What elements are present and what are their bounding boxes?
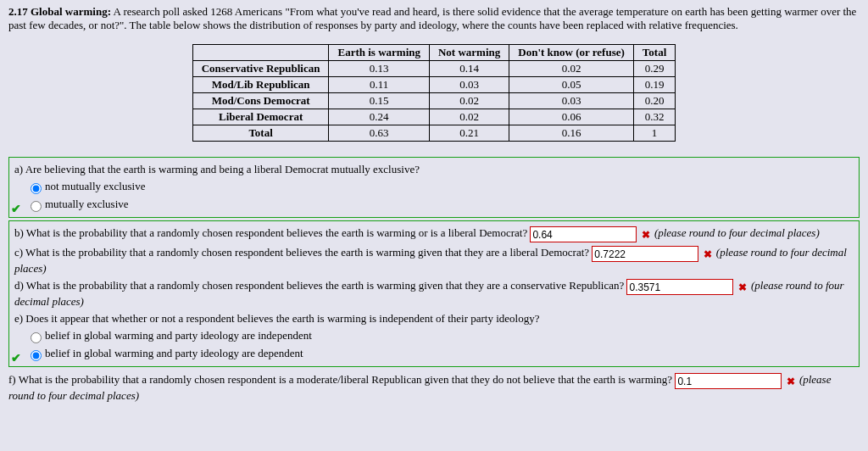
answer-c-input[interactable]: [592, 246, 698, 262]
qa-option-1[interactable]: not mutually exclusive: [26, 180, 145, 192]
qa-radio-2[interactable]: [31, 201, 42, 212]
col-dontknow: Don't know (or refuse): [509, 45, 634, 61]
question-a-box: a) Are believing that the earth is warmi…: [8, 157, 860, 218]
col-total: Total: [633, 45, 675, 61]
answer-d-input[interactable]: [626, 279, 733, 295]
qe-option-1[interactable]: belief in global warming and party ideol…: [26, 329, 312, 342]
table-row: Total0.630.210.161: [192, 125, 676, 142]
wrong-icon: ✖: [640, 229, 652, 241]
problem-heading: 2.17 Global warming:: [8, 5, 111, 18]
qa-option-2[interactable]: mutually exclusive: [26, 198, 129, 210]
qe-radio-2[interactable]: [31, 350, 42, 361]
table-row: Conservative Republican0.130.140.020.29: [192, 61, 676, 77]
qa-radio-1[interactable]: [31, 183, 42, 194]
question-a-text: a) Are believing that the earth is warmi…: [14, 161, 854, 178]
data-table-wrap: Earth is warming Not warming Don't know …: [8, 44, 860, 142]
qe-radio-1[interactable]: [31, 332, 42, 343]
answer-b-input[interactable]: [530, 226, 637, 242]
answer-f-input[interactable]: [675, 373, 782, 389]
wrong-icon: ✖: [702, 248, 714, 260]
check-icon: ✔: [11, 351, 21, 365]
col-notwarming: Not warming: [429, 45, 509, 61]
data-table: Earth is warming Not warming Don't know …: [192, 44, 676, 142]
table-row: Mod/Lib Republican0.110.030.050.19: [192, 77, 676, 93]
col-warming: Earth is warming: [329, 45, 430, 61]
question-e-text: e) Does it appear that whether or not a …: [14, 310, 854, 327]
question-f-line: f) What is the probability that a random…: [8, 370, 860, 404]
problem-text: A research poll asked 1268 Americans "Fr…: [8, 5, 856, 31]
question-b-text: b) What is the probability that a random…: [14, 227, 530, 240]
table-row: Mod/Cons Democrat0.150.020.030.20: [192, 93, 676, 109]
table-row: Liberal Democrat0.240.020.060.32: [192, 109, 676, 125]
col-blank: [192, 45, 329, 61]
hint-b: (please round to four decimal places): [654, 227, 820, 240]
question-d-text: d) What is the probability that a random…: [14, 280, 626, 292]
problem-intro: 2.17 Global warming: A research poll ask…: [8, 5, 860, 32]
wrong-icon: ✖: [737, 281, 748, 293]
question-c-text: c) What is the probability that a random…: [14, 247, 592, 259]
question-f-text: f) What is the probability that a random…: [8, 374, 675, 387]
check-icon: ✔: [11, 202, 21, 216]
wrong-icon: ✖: [785, 376, 797, 387]
qe-option-2[interactable]: belief in global warming and party ideol…: [26, 347, 303, 359]
question-bcde-box: b) What is the probability that a random…: [8, 220, 860, 367]
